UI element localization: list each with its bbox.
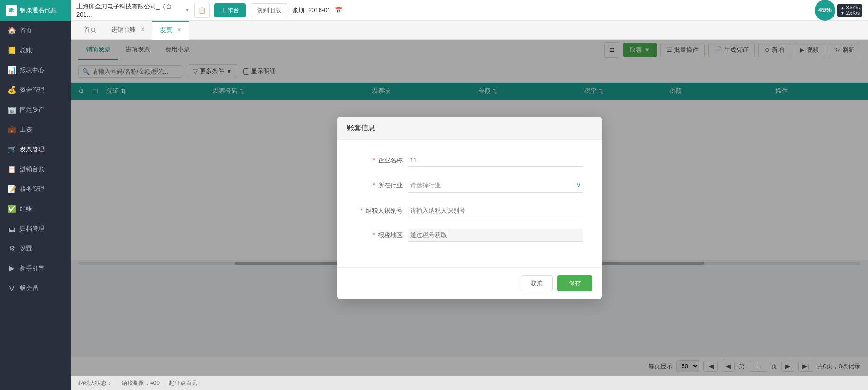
required-star: * <box>373 157 375 164</box>
chevron-down-icon: ▼ <box>185 8 190 13</box>
modal-body: * 企业名称 * 所在行业 请选择行业 <box>337 140 602 267</box>
company-name: 上海卯金刀电子科技有限公司_（台201... <box>76 2 183 18</box>
info-icon: 📋 <box>198 7 206 14</box>
bottom-info2: 纳税期限：400 <box>122 379 160 387</box>
topbar: 上海卯金刀电子科技有限公司_（台201... ▼ 📋 工作台 切到旧版 账期 2… <box>71 0 868 21</box>
sidebar-item-label: 资金管理 <box>20 86 44 94</box>
sidebar-item-reports[interactable]: 📊 报表中心 <box>0 60 71 80</box>
sidebar-item-label: 工资 <box>20 125 32 134</box>
sidebar-item-label: 固定资产 <box>20 106 44 114</box>
sidebar-item-settings[interactable]: ⚙ 设置 <box>0 239 71 258</box>
tab-invoice-label: 发票 <box>160 26 172 34</box>
industry-select-wrap[interactable]: 请选择行业 ∨ <box>408 178 583 193</box>
sales-icon: 📋 <box>8 165 16 174</box>
sidebar-item-label: 结账 <box>20 205 32 213</box>
sidebar-item-label: 进销台账 <box>20 165 44 174</box>
logo-text: 畅康通易代账 <box>20 6 57 15</box>
tax-id-label: * 纳税人识别号 <box>356 207 408 215</box>
ledger-icon: 📒 <box>8 46 16 55</box>
modal-header: 账套信息 <box>337 117 602 140</box>
tab-sales-ledger-label: 进销台账 <box>111 25 136 34</box>
speed-down: ▼ 2.6K/s <box>840 10 860 16</box>
sidebar-item-ledger[interactable]: 📒 总账 <box>0 41 71 60</box>
page-content: 销项发票 进项发票 费用小票 ⊞ 取票 ▼ ☰ <box>71 40 868 376</box>
modal-title: 账套信息 <box>347 124 375 132</box>
sidebar-logo: 康 畅康通易代账 <box>0 0 71 21</box>
home-icon: 🏠 <box>8 26 16 35</box>
tax-region-input <box>408 229 583 242</box>
sidebar-item-label: 税务管理 <box>20 185 44 193</box>
assets-icon: 🏢 <box>8 106 16 114</box>
old-version-button[interactable]: 切到旧版 <box>251 3 287 17</box>
sidebar-item-label: 总账 <box>20 46 32 55</box>
sidebar-item-tax[interactable]: 📝 税务管理 <box>0 179 71 199</box>
tab-close-icon[interactable]: ✕ <box>141 26 145 33</box>
chevron-down-icon: ∨ <box>576 182 581 189</box>
sidebar-item-label: 归档管理 <box>20 224 44 233</box>
cancel-button[interactable]: 取消 <box>521 275 553 291</box>
tax-icon: 📝 <box>8 185 16 193</box>
required-star: * <box>373 232 375 239</box>
topbar-right: 49% ▲ 8.5K/s ▼ 2.6K/s <box>815 0 862 21</box>
form-row-company-name: * 企业名称 <box>356 154 583 167</box>
tax-region-label: * 报税地区 <box>356 231 408 240</box>
sidebar-item-label: 新手引导 <box>20 264 44 273</box>
workbench-button[interactable]: 工作台 <box>214 3 246 17</box>
tax-id-input[interactable] <box>408 204 583 217</box>
tab-invoice[interactable]: 发票 ✕ <box>152 21 189 40</box>
sidebar-item-salary[interactable]: 💼 工资 <box>0 120 71 140</box>
industry-label: * 所在行业 <box>356 181 408 190</box>
speed-up: ▲ 8.5K/s <box>840 5 860 10</box>
sidebar-item-invoice[interactable]: 🛒 发票管理 <box>0 140 71 159</box>
company-name-input[interactable] <box>408 154 583 167</box>
sidebar-item-guide[interactable]: ▶ 新手引导 <box>0 258 71 278</box>
member-icon: V <box>8 284 16 292</box>
salary-icon: 💼 <box>8 125 16 134</box>
bottom-info1: 纳税人状态： <box>78 379 112 387</box>
guide-icon: ▶ <box>8 264 16 273</box>
sidebar-item-settle[interactable]: ✅ 结账 <box>0 199 71 219</box>
calendar-icon[interactable]: 📅 <box>335 7 342 14</box>
period-label: 账期 <box>292 6 304 15</box>
sidebar-item-home[interactable]: 🏠 首页 <box>0 21 71 41</box>
reports-icon: 📊 <box>8 66 16 75</box>
sidebar-item-label: 发票管理 <box>20 145 44 154</box>
required-star: * <box>361 207 363 214</box>
sidebar-item-label: 畅会员 <box>20 284 38 292</box>
speed-numbers: ▲ 8.5K/s ▼ 2.6K/s <box>837 4 862 17</box>
sidebar-item-sales[interactable]: 📋 进销台账 <box>0 159 71 179</box>
period-info: 账期 2016-01 📅 <box>292 6 342 15</box>
company-name-label: * 企业名称 <box>356 156 408 165</box>
save-button[interactable]: 保存 <box>557 275 592 291</box>
main-content: 上海卯金刀电子科技有限公司_（台201... ▼ 📋 工作台 切到旧版 账期 2… <box>71 0 868 390</box>
form-row-industry: * 所在行业 请选择行业 ∨ <box>356 178 583 193</box>
logo-icon: 康 <box>6 5 17 16</box>
archive-icon: 🗂 <box>8 225 16 233</box>
sidebar-item-assets[interactable]: 🏢 固定资产 <box>0 100 71 120</box>
speed-indicator: 49% <box>815 0 835 21</box>
tab-close-icon[interactable]: ✕ <box>177 27 181 33</box>
modal-footer: 取消 保存 <box>337 267 602 299</box>
sidebar-item-archive[interactable]: 🗂 归档管理 <box>0 219 71 239</box>
tab-home[interactable]: 首页 <box>76 21 104 40</box>
sidebar-item-finance[interactable]: 💰 资金管理 <box>0 80 71 100</box>
settle-icon: ✅ <box>8 205 16 213</box>
tab-bar: 首页 进销台账 ✕ 发票 ✕ <box>71 21 868 40</box>
bottom-bar: 纳税人状态： 纳税期限：400 起征点百元 <box>71 376 868 390</box>
required-star: * <box>373 182 375 189</box>
tab-home-label: 首页 <box>84 25 96 34</box>
company-selector[interactable]: 上海卯金刀电子科技有限公司_（台201... ▼ <box>76 2 190 18</box>
sidebar-item-label: 设置 <box>20 244 32 253</box>
speed-pct: 49% <box>818 6 832 14</box>
industry-select-display: 请选择行业 <box>408 178 583 192</box>
account-info-modal: 账套信息 * 企业名称 <box>337 117 602 299</box>
modal-overlay: 账套信息 * 企业名称 <box>71 40 868 376</box>
sidebar-item-member[interactable]: V 畅会员 <box>0 278 71 298</box>
form-row-tax-region: * 报税地区 <box>356 229 583 242</box>
form-row-tax-id: * 纳税人识别号 <box>356 204 583 217</box>
sidebar-item-label: 首页 <box>20 26 32 35</box>
tab-sales-ledger[interactable]: 进销台账 ✕ <box>104 21 152 40</box>
sidebar-item-label: 报表中心 <box>20 66 44 75</box>
company-info-icon-btn[interactable]: 📋 <box>194 3 210 18</box>
invoice-icon: 🛒 <box>8 145 16 154</box>
